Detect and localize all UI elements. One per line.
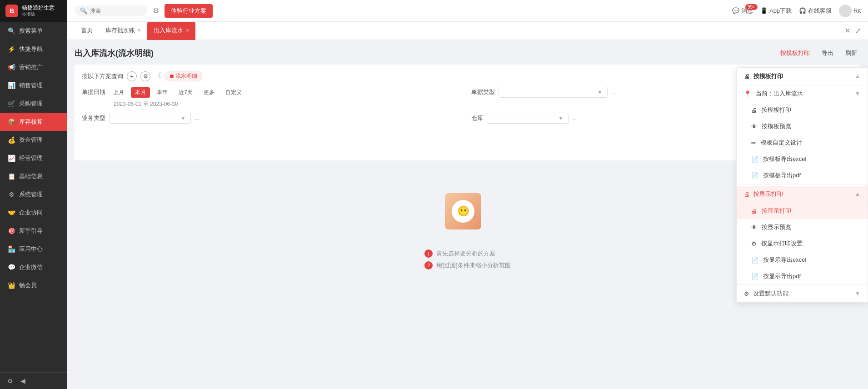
shortcut-custom[interactable]: 自定义 (221, 87, 246, 98)
biztype-select[interactable]: ▼ (109, 113, 191, 124)
sidebar-item-label-quicknav: 快捷导航 (19, 45, 43, 53)
dropdown-template-custom-icon: ✏ (751, 140, 756, 146)
sidebar-item-member[interactable]: 👑 畅会员 (0, 276, 67, 294)
doctype-select[interactable]: ▼ (499, 87, 608, 98)
dropdown-header-chevron[interactable]: ▲ (855, 73, 860, 80)
shortcut-this-year[interactable]: 本年 (153, 87, 172, 98)
dropdown-display-preview-icon: 👁 (751, 224, 757, 231)
app-logo-text: 畅捷通好生意 标准版 (22, 5, 55, 17)
window-maximize-icon[interactable]: ⤢ (855, 26, 861, 35)
dropdown-template-excel-icon: 📄 (751, 156, 758, 163)
filter-add-btn[interactable]: + (127, 71, 137, 81)
refresh-btn[interactable]: 刷新 (842, 47, 861, 59)
sidebar-item-operations[interactable]: 📈 经营管理 (0, 149, 67, 167)
doctype-chevron-icon: ▼ (597, 89, 603, 95)
dropdown-template-print-icon: 🖨 (751, 107, 757, 114)
tab-batch[interactable]: 库存批次账 × (99, 22, 147, 40)
filter-biztype-group: 业务类型 ▼ ... (82, 113, 464, 124)
dropdown-display-print-icon: 🖨 (751, 208, 757, 214)
empty-hints: 1 请先选择要分析的方案 2 用[过滤]条件来缩小分析范围 (424, 248, 510, 271)
dropdown-header: 🖨 按模板打印 ▲ (737, 68, 868, 85)
print-template-btn[interactable]: 按模板打印 (777, 47, 813, 59)
filter-settings-btn[interactable]: ⚙ (140, 71, 150, 81)
filter-collapse-icon[interactable]: 《 (154, 71, 161, 81)
user-avatar-btn[interactable]: Rit (839, 5, 861, 17)
sales-icon: 📊 (7, 82, 15, 89)
dropdown-footer-label: 设置默认功能 (753, 289, 788, 298)
sidebar-item-system[interactable]: ⚙ 系统管理 (0, 185, 67, 204)
dropdown-current-label: 当前：出入库流水 (756, 90, 803, 98)
sidebar-item-label-system: 系统管理 (19, 190, 43, 199)
dropdown-template-preview[interactable]: 👁 按模板预览 (737, 118, 868, 135)
export-btn[interactable]: 导出 (818, 47, 837, 59)
dropdown-display-settings[interactable]: ⚙ 按显示打印设置 (737, 235, 868, 252)
sidebar-item-sales[interactable]: 📊 销售管理 (0, 76, 67, 95)
dropdown-display-excel[interactable]: 📄 按显示导出excel (737, 252, 868, 268)
empty-face-icon: 😶 (452, 200, 474, 223)
industry-btn[interactable]: 体验行业方案 (165, 4, 213, 18)
dropdown-display-print[interactable]: 🖨 按显示打印 (737, 203, 868, 219)
gear-icon[interactable]: ⚙ (153, 6, 159, 15)
tab-flow[interactable]: 出入库流水 × (147, 22, 195, 40)
purchase-icon: 🛒 (7, 100, 15, 107)
warehouse-more-btn[interactable]: ... (572, 115, 577, 121)
sidebar-item-label-basics: 基础信息 (19, 172, 43, 180)
tab-flow-close[interactable]: × (186, 27, 189, 34)
sidebar-item-search[interactable]: 🔍 搜索菜单 (0, 22, 67, 40)
dropdown-display-header[interactable]: 🖨 按显示打印 ▲ (737, 186, 868, 203)
header-search-box[interactable]: 🔍 (75, 5, 147, 16)
tab-flow-label: 出入库流水 (154, 26, 183, 35)
sidebar-item-quicknav[interactable]: ⚡ 快捷导航 (0, 40, 67, 58)
sidebar-item-inventory[interactable]: 📦 库存核算 (0, 113, 67, 131)
sidebar-item-marketing[interactable]: 📢 营销推广 (0, 58, 67, 76)
dropdown-template-custom[interactable]: ✏ 模板自定义设计 (737, 135, 868, 151)
biztype-chevron-icon: ▼ (180, 115, 186, 121)
sidebar-item-apps[interactable]: 🏪 应用中心 (0, 240, 67, 258)
tab-batch-close[interactable]: × (138, 27, 141, 34)
finance-icon: 💰 (7, 136, 15, 144)
wechat-icon: 💬 (7, 264, 15, 271)
dropdown-display-chevron[interactable]: ▲ (855, 191, 860, 197)
search-input[interactable] (90, 8, 135, 14)
dropdown-display-print-label: 按显示打印 (762, 207, 791, 215)
warehouse-select[interactable]: ▼ (487, 113, 569, 124)
sidebar-item-cooperation[interactable]: 🤝 企业协同 (0, 204, 67, 222)
window-close-icon[interactable]: ✕ (844, 26, 850, 35)
headset-icon: 🎧 (799, 7, 806, 14)
filter-tag: 流水明细 (165, 71, 202, 81)
dropdown-display-pdf[interactable]: 📄 按显示导出pdf (737, 268, 868, 284)
collapse-sidebar-icon[interactable]: ◀ (20, 377, 25, 384)
dropdown-footer[interactable]: ⚙ 设置默认功能 ▼ (737, 284, 868, 302)
app-download-btn[interactable]: 📱 App下载 (760, 7, 792, 15)
biztype-more-btn[interactable]: ... (195, 115, 199, 121)
shortcut-this-month[interactable]: 本月 (131, 87, 150, 98)
shortcut-more[interactable]: 更多 (200, 87, 219, 98)
empty-illustration: 😶 (445, 193, 490, 239)
search-icon: 🔍 (80, 7, 87, 14)
dropdown-template-pdf[interactable]: 📄 按模板导出pdf (737, 167, 868, 184)
sidebar-item-wechat[interactable]: 💬 企业微信 (0, 258, 67, 276)
sidebar-item-newbie[interactable]: 🎯 新手引导 (0, 222, 67, 240)
shortcut-7-days[interactable]: 近7天 (175, 87, 197, 98)
online-service-btn[interactable]: 🎧 在线客服 (799, 7, 832, 15)
dropdown-template-excel[interactable]: 📄 按模板导出excel (737, 151, 868, 167)
filter-date-group: 单据日期 上月 本月 本年 近7天 更多 自定义 (82, 87, 464, 98)
dropdown-display-preview[interactable]: 👁 按显示预览 (737, 219, 868, 235)
tab-home[interactable]: 首页 (75, 22, 99, 40)
messages-btn[interactable]: 💬 消息 99+ (732, 7, 753, 15)
sidebar-item-basics[interactable]: 📋 基础信息 (0, 167, 67, 185)
newbie-icon: 🎯 (7, 227, 15, 234)
sidebar-item-purchase[interactable]: 🛒 采购管理 (0, 95, 67, 113)
settings-icon[interactable]: ⚙ (7, 377, 13, 384)
dropdown-footer-chevron: ▼ (855, 290, 860, 297)
tab-batch-label: 库存批次账 (105, 26, 135, 35)
dropdown-template-print[interactable]: 🖨 按模板打印 (737, 102, 868, 118)
shortcut-last-month[interactable]: 上月 (109, 87, 128, 98)
dropdown-current-item[interactable]: 📍 当前：出入库流水 ▼ (737, 85, 868, 102)
doctype-more-btn[interactable]: ... (611, 89, 616, 95)
empty-hint-1: 1 请先选择要分析的方案 (424, 248, 510, 259)
dropdown-template-excel-label: 按模板导出excel (763, 155, 806, 163)
dropdown-display-header-icon: 🖨 (744, 191, 750, 198)
sidebar-item-finance[interactable]: 💰 资金管理 (0, 131, 67, 149)
search-icon: 🔍 (7, 27, 15, 35)
